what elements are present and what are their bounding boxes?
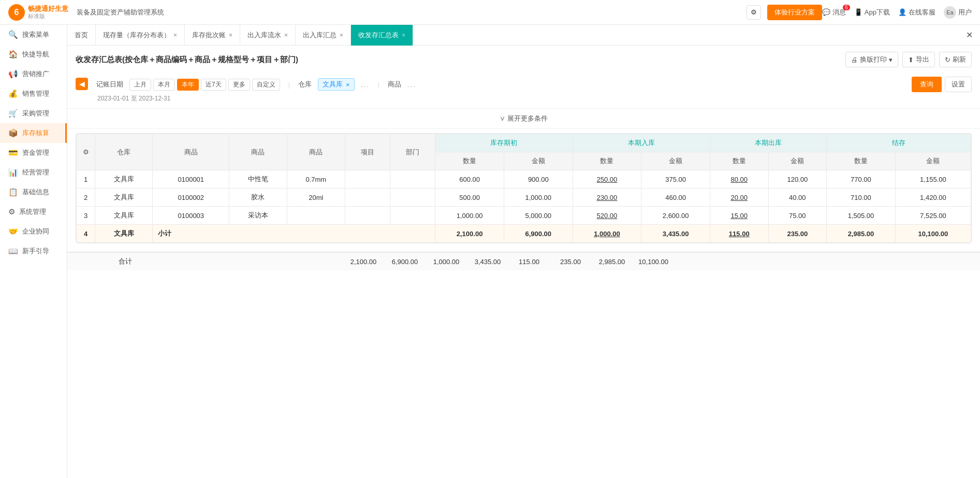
cell-in-amt: 375.00: [641, 170, 710, 189]
warehouse-tag-close[interactable]: ×: [346, 81, 350, 89]
cell-bal-amt: 1,420.00: [895, 189, 971, 207]
sidebar-item-quick-nav[interactable]: 🏠快捷导航: [0, 45, 67, 64]
cell-in-qty[interactable]: 250.00: [573, 170, 641, 189]
cell-bal-amt: 1,155.00: [895, 170, 971, 189]
table-subtotal-row: 4 文具库 小计 2,100.00 6,900.00 1,000.00 3,43…: [77, 225, 971, 243]
settings-button[interactable]: 设置: [945, 77, 972, 92]
sidebar-label-guide: 新手引导: [22, 247, 49, 256]
refresh-button[interactable]: ↻ 刷新: [939, 52, 972, 67]
table-settings-col[interactable]: ⚙: [77, 134, 95, 170]
subtotal-out-qty: 115.00: [710, 225, 768, 243]
cell-dept: [390, 189, 435, 207]
cell-bal-qty: 710.00: [827, 189, 896, 207]
filter-toggle-button[interactable]: ◀: [76, 78, 88, 90]
subtotal-in-qty: 1,000.00: [573, 225, 641, 243]
cell-goods-name: 中性笔: [229, 170, 287, 189]
page-title: 收发存汇总表(按仓库＋商品编码＋商品＋规格型号＋项目＋部门): [76, 55, 298, 65]
cell-in-qty[interactable]: 520.00: [573, 207, 641, 225]
sidebar-icon-guide: 📖: [8, 247, 18, 256]
col-dept: 部门: [390, 134, 435, 170]
sidebar-item-marketing[interactable]: 📢营销推广: [0, 64, 67, 84]
col-in-qty: 数量: [573, 152, 641, 170]
sidebar-item-purchase[interactable]: 🛒采购管理: [0, 104, 67, 123]
col-group-in: 本期入库: [573, 134, 710, 152]
tab-label-home: 首页: [75, 31, 88, 40]
table-row: 3 文具库 0100003 采访本 1,000.00 5,000.00 520.…: [77, 207, 971, 225]
message-button[interactable]: 💬 消息 6: [822, 8, 846, 17]
top-actions: 💬 消息 6 📱 App下载 👤 在线客服 Ea 用户: [822, 6, 972, 19]
settings-icon[interactable]: ⚙: [747, 5, 761, 20]
cell-project: [345, 207, 390, 225]
sidebar-item-inventory[interactable]: 📦库存核算: [0, 123, 67, 143]
tab-close-inout-sum[interactable]: ×: [340, 32, 343, 39]
footer-bal-amt: 10,100.00: [633, 258, 674, 266]
cell-out-qty[interactable]: 20.00: [710, 189, 768, 207]
cell-warehouse: 文具库: [95, 170, 153, 189]
sidebar-item-finance[interactable]: 💳资金管理: [0, 143, 67, 163]
cell-bal-qty: 1,505.00: [827, 207, 896, 225]
footer-label: 合计: [94, 257, 156, 266]
cell-goods-code: 0100003: [153, 207, 229, 225]
online-service-button[interactable]: 👤 在线客服: [898, 8, 935, 17]
footer-bal-qty: 2,985.00: [591, 258, 633, 266]
col-bal-amt: 金额: [895, 152, 971, 170]
tab-stock-dist[interactable]: 现存量（库存分布表）×: [96, 25, 185, 46]
date-btn-custom[interactable]: 自定义: [252, 79, 280, 91]
date-btn-this-month[interactable]: 本月: [153, 79, 175, 91]
expand-button[interactable]: ∨ 展开更多条件: [495, 112, 552, 125]
print-button[interactable]: 🖨 换版打印 ▾: [845, 52, 898, 67]
system-name: 装备及固定资产辅助管理系统: [77, 8, 747, 17]
goods-more-dots[interactable]: ...: [407, 81, 416, 89]
sidebar-item-search[interactable]: 🔍搜索菜单: [0, 25, 67, 45]
col-group-opening: 库存期初: [435, 134, 573, 152]
sidebar-icon-purchase: 🛒: [8, 109, 18, 118]
date-btn-more[interactable]: 更多: [228, 79, 250, 91]
date-btn-7days[interactable]: 近7天: [201, 79, 226, 91]
sidebar-label-search: 搜索菜单: [22, 30, 49, 39]
data-table-container: ⚙ 仓库 商品 商品 商品 项目 部门 库存期初 本期入库 本期出库: [76, 133, 972, 243]
close-tab-button[interactable]: ✕: [959, 30, 980, 40]
warehouse-more-dots[interactable]: ...: [361, 81, 370, 89]
col-out-qty: 数量: [710, 152, 768, 170]
cell-out-qty[interactable]: 15.00: [710, 207, 768, 225]
tab-close-batch[interactable]: ×: [229, 32, 232, 39]
tab-home[interactable]: 首页: [67, 25, 96, 46]
cell-goods-name: 胶水: [229, 189, 287, 207]
cell-open-amt: 5,000.00: [504, 207, 573, 225]
service-icon: 👤: [898, 8, 906, 16]
tab-batch[interactable]: 库存批次账×: [185, 25, 240, 46]
user-button[interactable]: Ea 用户: [944, 6, 972, 19]
logo-subtitle: 标准版: [28, 13, 68, 20]
export-button[interactable]: ⬆ 导出: [902, 52, 935, 67]
tab-label-inout-sum: 出入库汇总: [303, 31, 337, 40]
industry-button[interactable]: 体验行业方案: [767, 5, 822, 20]
table-row: 2 文具库 0100002 胶水 20ml 500.00 1,000.00 23…: [77, 189, 971, 207]
sidebar-item-operations[interactable]: 📊经营管理: [0, 163, 67, 182]
cell-out-qty[interactable]: 80.00: [710, 170, 768, 189]
sidebar-item-sales[interactable]: 💰销售管理: [0, 84, 67, 104]
tab-close-receive-sum[interactable]: ×: [402, 32, 405, 39]
sidebar-icon-search: 🔍: [8, 30, 18, 39]
sidebar-item-guide[interactable]: 📖新手引导: [0, 241, 67, 261]
date-range: 2023-01-01 至 2023-12-31: [97, 95, 170, 102]
subtotal-no: 4: [77, 225, 95, 243]
sidebar-item-system[interactable]: ⚙系统管理: [0, 202, 67, 222]
tab-label-stock-dist: 现存量（库存分布表）: [103, 31, 170, 40]
tab-inout-flow[interactable]: 出入库流水×: [240, 25, 296, 46]
sidebar-item-enterprise[interactable]: 🤝企业协同: [0, 222, 67, 241]
app-download-button[interactable]: 📱 App下载: [854, 8, 890, 17]
date-btn-last-month[interactable]: 上月: [129, 79, 151, 91]
cell-out-amt: 120.00: [768, 170, 827, 189]
tab-inout-sum[interactable]: 出入库汇总×: [296, 25, 351, 46]
cell-goods-code: 0100002: [153, 189, 229, 207]
date-btn-this-year[interactable]: 本年: [177, 79, 199, 91]
cell-in-qty[interactable]: 230.00: [573, 189, 641, 207]
sidebar-item-base-info[interactable]: 📋基础信息: [0, 182, 67, 202]
cell-out-amt: 75.00: [768, 207, 827, 225]
query-button[interactable]: 查询: [912, 77, 942, 92]
tab-close-inout-flow[interactable]: ×: [284, 32, 288, 39]
sidebar-icon-system: ⚙: [8, 207, 15, 216]
tab-close-stock-dist[interactable]: ×: [173, 32, 177, 39]
sidebar-label-base-info: 基础信息: [22, 187, 49, 197]
tab-receive-sum[interactable]: 收发存汇总表×: [351, 25, 413, 46]
